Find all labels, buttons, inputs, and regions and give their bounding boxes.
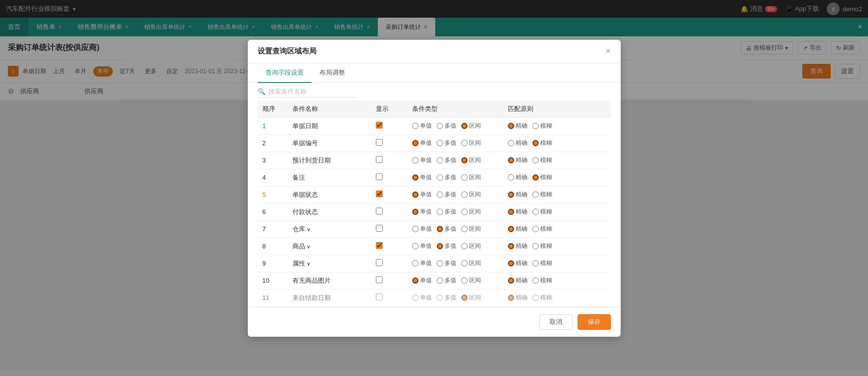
type-single-9[interactable]: 单值 (412, 259, 432, 268)
match-exact-2[interactable]: 精确 (508, 139, 527, 147)
type-range-11[interactable]: 区间 (461, 294, 481, 302)
type-range-6[interactable]: 区间 (461, 208, 481, 216)
row-type-2: 单值 多值 区间 (412, 139, 498, 147)
type-multi-4[interactable]: 多值 (437, 173, 456, 182)
row-show-checkbox-7[interactable] (376, 225, 383, 232)
modal-footer: 取消 保存 (248, 307, 621, 337)
match-fuzzy-10[interactable]: 模糊 (532, 276, 552, 285)
row-show-checkbox-8[interactable] (376, 242, 383, 249)
type-multi-5[interactable]: 多值 (437, 190, 456, 199)
settings-modal: 设置查询区域布局 × 查询字段设置 布局调整 🔍 顺序 (248, 40, 621, 337)
row-type-4: 单值 多值 区间 (412, 173, 498, 182)
th-order: 顺序 (258, 101, 288, 118)
row-type-11: 单值 多值 区间 (412, 294, 498, 302)
row-show-checkbox-10[interactable] (376, 276, 383, 283)
match-fuzzy-6[interactable]: 模糊 (532, 208, 552, 216)
row-type-8: 单值 多值 区间 (412, 242, 498, 250)
modal-close-button[interactable]: × (605, 47, 611, 55)
match-fuzzy-5[interactable]: 模糊 (532, 190, 552, 199)
type-range-3[interactable]: 区间 (461, 156, 481, 164)
row-show-checkbox-11[interactable] (376, 294, 383, 300)
tab-query-fields[interactable]: 查询字段设置 (258, 63, 312, 83)
match-fuzzy-11[interactable]: 模糊 (532, 294, 552, 302)
match-exact-4[interactable]: 精确 (508, 173, 527, 182)
type-range-7[interactable]: 区间 (461, 225, 481, 233)
type-multi-11[interactable]: 多值 (437, 294, 456, 302)
row-show-checkbox-4[interactable] (376, 173, 383, 180)
cancel-button[interactable]: 取消 (539, 314, 573, 330)
type-multi-6[interactable]: 多值 (437, 208, 456, 216)
match-fuzzy-2[interactable]: 模糊 (532, 139, 552, 147)
match-fuzzy-1[interactable]: 模糊 (532, 122, 552, 130)
match-exact-7[interactable]: 精确 (508, 225, 527, 233)
type-single-3[interactable]: 单值 (412, 156, 432, 164)
type-single-4[interactable]: 单值 (412, 173, 432, 182)
type-range-8[interactable]: 区间 (461, 242, 481, 250)
type-single-10[interactable]: 单值 (412, 276, 432, 285)
row-match-8: 精确 模糊 (508, 242, 606, 250)
type-multi-1[interactable]: 多值 (437, 122, 456, 130)
type-range-9[interactable]: 区间 (461, 259, 481, 268)
type-multi-9[interactable]: 多值 (437, 259, 456, 268)
type-single-11[interactable]: 单值 (412, 294, 432, 302)
row-match-7: 精确 模糊 (508, 225, 606, 233)
type-single-2[interactable]: 单值 (412, 139, 432, 147)
match-fuzzy-4[interactable]: 模糊 (532, 173, 552, 182)
match-fuzzy-7[interactable]: 模糊 (532, 225, 552, 233)
match-fuzzy-8[interactable]: 模糊 (532, 242, 552, 250)
row-show-checkbox-2[interactable] (376, 139, 383, 146)
row-show-checkbox-5[interactable] (376, 190, 383, 197)
type-range-4[interactable]: 区间 (461, 173, 481, 182)
type-range-2[interactable]: 区间 (461, 139, 481, 147)
match-exact-10[interactable]: 精确 (508, 276, 527, 285)
table-row: 6 付款状态 单值 多值 区间 精确 (258, 203, 611, 220)
modal-table-wrapper: 顺序 条件名称 显示 条件类型 匹配原则 1 单据日期 (248, 101, 621, 307)
type-range-10[interactable]: 区间 (461, 276, 481, 285)
type-multi-2[interactable]: 多值 (437, 139, 456, 147)
row-order-7: 7 (263, 225, 266, 233)
condition-search-input[interactable] (268, 88, 347, 95)
table-row: 7 仓库 ∨ 单值 多值 区间 精确 (258, 220, 611, 238)
row-order-4: 4 (263, 174, 266, 181)
row-name-7: 仓库 ∨ (288, 220, 371, 238)
row-show-checkbox-6[interactable] (376, 208, 383, 215)
type-multi-8[interactable]: 多值 (437, 242, 456, 250)
tab-query-fields-label: 查询字段设置 (265, 69, 304, 76)
type-multi-10[interactable]: 多值 (437, 276, 456, 285)
match-exact-1[interactable]: 精确 (508, 122, 527, 130)
row-match-11: 精确 模糊 (508, 294, 606, 302)
type-single-7[interactable]: 单值 (412, 225, 432, 233)
match-fuzzy-3[interactable]: 模糊 (532, 156, 552, 164)
match-exact-9[interactable]: 精确 (508, 259, 527, 268)
match-exact-5[interactable]: 精确 (508, 190, 527, 199)
match-exact-8[interactable]: 精确 (508, 242, 527, 250)
save-button[interactable]: 保存 (578, 314, 611, 330)
type-single-1[interactable]: 单值 (412, 122, 432, 130)
match-exact-3[interactable]: 精确 (508, 156, 527, 164)
row-show-checkbox-1[interactable] (376, 122, 383, 129)
row-show-checkbox-9[interactable] (376, 259, 383, 266)
row-order-8: 8 (263, 242, 266, 250)
match-fuzzy-9[interactable]: 模糊 (532, 259, 552, 268)
type-single-5[interactable]: 单值 (412, 190, 432, 199)
row-match-2: 精确 模糊 (508, 139, 606, 147)
row-show-checkbox-3[interactable] (376, 156, 383, 163)
type-range-1[interactable]: 区间 (461, 122, 481, 130)
type-single-8[interactable]: 单值 (412, 242, 432, 250)
row-order-1: 1 (263, 122, 266, 130)
row-order-11: 11 (263, 294, 269, 301)
row-match-4: 精确 模糊 (508, 173, 606, 182)
type-single-6[interactable]: 单值 (412, 208, 432, 216)
type-range-5[interactable]: 区间 (461, 190, 481, 199)
modal-search-area: 🔍 (248, 83, 621, 101)
match-exact-11[interactable]: 精确 (508, 294, 527, 302)
row-match-1: 精确 模糊 (508, 122, 606, 130)
row-order-3: 3 (263, 157, 266, 164)
tab-layout-adjust[interactable]: 布局调整 (312, 63, 353, 83)
th-match: 匹配原则 (503, 101, 611, 118)
type-multi-7[interactable]: 多值 (437, 225, 456, 233)
row-order-2: 2 (263, 139, 266, 147)
row-match-3: 精确 模糊 (508, 156, 606, 164)
match-exact-6[interactable]: 精确 (508, 208, 527, 216)
type-multi-3[interactable]: 多值 (437, 156, 456, 164)
